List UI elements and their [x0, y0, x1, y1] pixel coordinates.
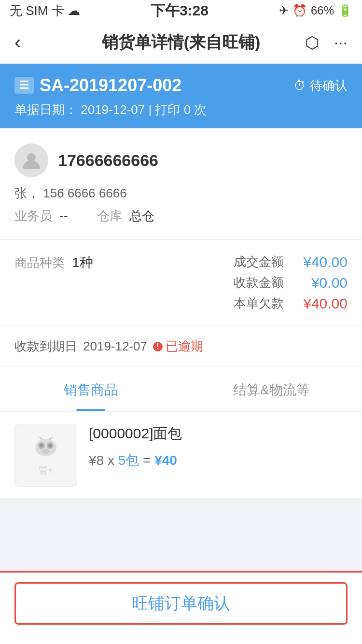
customer-info: 张， 156 6666 6666: [14, 185, 348, 202]
page-title: 销货单详情(来自旺铺): [102, 31, 261, 54]
customer-meta: 业务员 -- 仓库 总仓: [14, 208, 348, 224]
customer-card: 17666666666 张， 156 6666 6666 业务员 -- 仓库 总…: [0, 129, 362, 239]
battery-text: 66%: [311, 4, 334, 17]
total-price: ¥40: [154, 453, 177, 468]
nav-actions: ⬡ ···: [305, 33, 348, 52]
product-name: [0000002]面包: [89, 424, 348, 444]
more-icon[interactable]: ···: [334, 33, 348, 52]
clock-icon: ⏱: [293, 78, 306, 93]
alarm-icon: ⏰: [292, 4, 307, 17]
customer-phone: 17666666666: [58, 151, 158, 170]
deal-amount-row: 成交金额 ¥40.00: [234, 253, 348, 270]
confirm-order-button[interactable]: 旺铺订单确认: [14, 582, 348, 625]
due-date-label: 收款到期日: [14, 338, 77, 355]
order-id: ☰ SA-20191207-002: [14, 75, 181, 96]
status-right: ✈ ⏰ 66% 🔋: [279, 4, 352, 17]
order-header-top: ☰ SA-20191207-002 ⏱ 待确认: [14, 75, 348, 96]
status-bar: 无 SIM 卡 ☁ 下午3:28 ✈ ⏰ 66% 🔋: [0, 0, 362, 21]
price-value: ¥8: [89, 453, 104, 468]
brand-plus: 管+: [38, 464, 54, 477]
status-time: 下午3:28: [151, 1, 209, 21]
balance-row: 本单欠款 ¥40.00: [234, 295, 348, 312]
equals-sign: =: [143, 453, 151, 468]
balance-amount: ¥40.00: [303, 295, 348, 312]
overdue-text: 已逾期: [166, 338, 203, 355]
order-date: 单据日期： 2019-12-07 | 打印 0 次: [14, 101, 348, 118]
due-date-card: 收款到期日 2019-12-07 ! 已逾期: [0, 326, 362, 366]
nav-bar: ‹ 销货单详情(来自旺铺) ⬡ ···: [0, 21, 362, 64]
warehouse-info: 仓库 总仓: [97, 208, 154, 224]
owl-icon: [31, 434, 60, 462]
product-thumbnail: 管+: [14, 424, 77, 487]
battery-icon: 🔋: [338, 4, 352, 17]
salesman-info: 业务员 --: [14, 208, 68, 224]
due-date-value: 2019-12-07: [83, 339, 147, 354]
svg-point-5: [48, 444, 52, 448]
order-header-card: ☰ SA-20191207-002 ⏱ 待确认 单据日期： 2019-12-07…: [0, 64, 362, 128]
tab-settlement[interactable]: 结算&物流等: [181, 367, 362, 411]
amount-summary: 成交金额 ¥40.00 收款金额 ¥0.00 本单欠款 ¥40.00: [234, 253, 348, 312]
deal-amount: ¥40.00: [303, 254, 348, 270]
svg-point-4: [40, 444, 43, 448]
category-info: 商品种类 1种: [14, 253, 93, 272]
no-sim-text: 无 SIM 卡 ☁: [10, 2, 80, 19]
svg-point-6: [42, 449, 50, 454]
overdue-icon: !: [153, 342, 163, 351]
status-badge: ⏱ 待确认: [293, 77, 348, 94]
product-card: 管+ [0000002]面包 ¥8 x 5包 = ¥40: [0, 412, 362, 498]
share-icon[interactable]: ⬡: [305, 33, 320, 52]
avatar: [14, 143, 48, 177]
status-left: 无 SIM 卡 ☁: [10, 2, 80, 19]
customer-top: 17666666666: [14, 143, 348, 177]
product-price: ¥8 x 5包 = ¥40: [89, 451, 348, 470]
confirm-btn-container: 旺铺订单确认: [0, 571, 362, 644]
quantity: 5包: [118, 453, 139, 468]
location-icon: ✈: [279, 4, 289, 17]
tabs: 销售商品 结算&物流等: [0, 367, 362, 411]
multiply-icon: x: [108, 453, 114, 468]
received-amount: ¥0.00: [311, 275, 348, 291]
received-amount-row: 收款金额 ¥0.00: [234, 274, 348, 291]
tab-sales-products[interactable]: 销售商品: [0, 367, 181, 411]
status-text: 待确认: [310, 77, 348, 94]
overdue-badge: ! 已逾期: [153, 338, 203, 355]
summary-card: 商品种类 1种 成交金额 ¥40.00 收款金额 ¥0.00 本单欠款 ¥40.…: [0, 240, 362, 325]
back-button[interactable]: ‹: [14, 31, 21, 53]
order-icon: ☰: [14, 77, 34, 94]
product-info: [0000002]面包 ¥8 x 5包 = ¥40: [89, 424, 348, 470]
tabs-container: 销售商品 结算&物流等: [0, 367, 362, 411]
